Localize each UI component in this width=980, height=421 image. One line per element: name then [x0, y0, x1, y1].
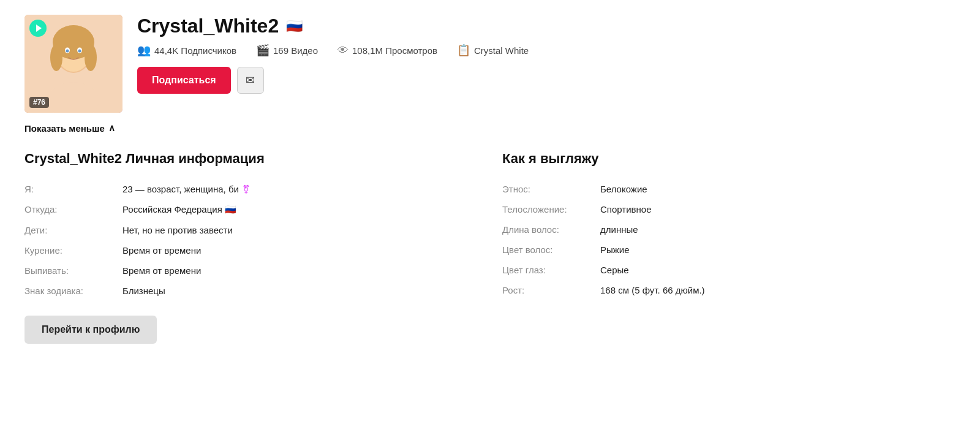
row-label: Выпивать: — [24, 260, 123, 281]
row-label: Этнос: — [502, 179, 600, 199]
personal-info-title: Crystal_White2 Личная информация — [24, 151, 478, 167]
row-label: Знак зодиака: — [24, 281, 123, 301]
table-row: Курение:Время от времени — [24, 240, 478, 260]
row-label: Откуда: — [24, 199, 123, 220]
subscribe-button[interactable]: Подписаться — [137, 67, 231, 94]
table-row: Знак зодиака:Близнецы — [24, 281, 478, 301]
username: Crystal_White2 — [137, 15, 279, 37]
alias-icon: 📋 — [457, 44, 470, 57]
svg-point-5 — [85, 44, 97, 71]
appearance-title: Как я выгляжу — [502, 151, 956, 167]
row-label: Длина волос: — [502, 219, 600, 240]
rank-badge: #76 — [29, 97, 49, 108]
stat-videos: 🎬 169 Видео — [256, 44, 318, 57]
info-section: Crystal_White2 Личная информация Я:23 — … — [24, 151, 956, 344]
svg-point-4 — [50, 44, 62, 71]
svg-point-8 — [66, 50, 69, 53]
row-label: Дети: — [24, 220, 123, 240]
table-row: Дети:Нет, но не против завести — [24, 220, 478, 240]
play-icon[interactable] — [29, 20, 47, 37]
row-value: Российская Федерация 🇷🇺 — [123, 199, 478, 220]
row-value: 23 — возраст, женщина, би⚧ — [123, 179, 478, 199]
views-icon: 👁 — [337, 44, 349, 57]
subscribers-count: 44,4K Подписчиков — [154, 45, 236, 56]
go-to-profile-button[interactable]: Перейти к профилю — [24, 316, 157, 344]
row-label: Телосложение: — [502, 199, 600, 219]
table-row: Я:23 — возраст, женщина, би⚧ — [24, 179, 478, 199]
appearance-table: Этнос:БелокожиеТелосложение:СпортивноеДл… — [502, 179, 956, 300]
subscribers-icon: 👥 — [137, 44, 151, 57]
table-row: Рост:168 см (5 фут. 66 дюйм.) — [502, 280, 956, 300]
videos-count: 169 Видео — [273, 45, 318, 56]
views-count: 108,1M Просмотров — [352, 45, 437, 56]
row-value: Близнецы — [123, 281, 478, 301]
row-value: Время от времени — [123, 240, 478, 260]
row-value: 168 см (5 фут. 66 дюйм.) — [600, 280, 956, 300]
profile-header: #76 Crystal_White2 🇷🇺 👥 44,4K Подписчико… — [24, 15, 956, 113]
avatar-wrap: #76 — [24, 15, 123, 113]
table-row: Телосложение:Спортивное — [502, 199, 956, 219]
flag-icon: 🇷🇺 — [286, 18, 303, 34]
page: #76 Crystal_White2 🇷🇺 👥 44,4K Подписчико… — [0, 0, 980, 358]
table-row: Цвет волос:Рыжие — [502, 240, 956, 260]
username-row: Crystal_White2 🇷🇺 — [137, 15, 956, 37]
row-label: Я: — [24, 179, 123, 199]
table-row: Откуда:Российская Федерация 🇷🇺 — [24, 199, 478, 220]
gender-icon: ⚧ — [243, 184, 250, 194]
row-label: Цвет волос: — [502, 240, 600, 260]
stat-views: 👁 108,1M Просмотров — [337, 44, 437, 57]
alias-value: Crystal White — [474, 45, 529, 56]
personal-info-panel: Crystal_White2 Личная информация Я:23 — … — [24, 151, 478, 344]
stat-alias: 📋 Crystal White — [457, 44, 529, 57]
message-button[interactable]: ✉ — [237, 67, 264, 94]
stats-row: 👥 44,4K Подписчиков 🎬 169 Видео 👁 108,1M… — [137, 44, 956, 57]
row-value: Нет, но не против завести — [123, 220, 478, 240]
row-label: Курение: — [24, 240, 123, 260]
chevron-up-icon: ∧ — [108, 123, 115, 134]
table-row: Цвет глаз:Серые — [502, 260, 956, 280]
row-label: Цвет глаз: — [502, 260, 600, 280]
videos-icon: 🎬 — [256, 44, 270, 57]
row-value: Серые — [600, 260, 956, 280]
appearance-panel: Как я выгляжу Этнос:БелокожиеТелосложени… — [502, 151, 956, 344]
svg-point-9 — [78, 50, 81, 53]
row-value: длинные — [600, 219, 956, 240]
row-value: Рыжие — [600, 240, 956, 260]
table-row: Этнос:Белокожие — [502, 179, 956, 199]
table-row: Выпивать:Время от времени — [24, 260, 478, 281]
table-row: Длина волос:длинные — [502, 219, 956, 240]
stat-subscribers: 👥 44,4K Подписчиков — [137, 44, 236, 57]
show-less-toggle[interactable]: Показать меньше ∧ — [24, 123, 956, 134]
row-value: Спортивное — [600, 199, 956, 219]
row-value: Белокожие — [600, 179, 956, 199]
row-value: Время от времени — [123, 260, 478, 281]
header-info: Crystal_White2 🇷🇺 👥 44,4K Подписчиков 🎬 … — [137, 15, 956, 94]
row-label: Рост: — [502, 280, 600, 300]
actions-row: Подписаться ✉ — [137, 67, 956, 94]
personal-info-table: Я:23 — возраст, женщина, би⚧Откуда:Росси… — [24, 179, 478, 301]
